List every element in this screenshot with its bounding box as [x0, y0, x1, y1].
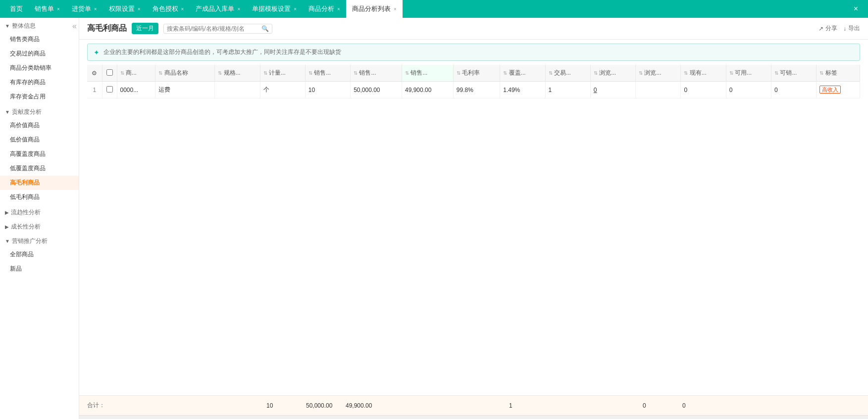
col-available[interactable]: ⇅ 可用...	[726, 65, 771, 82]
sort-icon-tag: ⇅	[819, 70, 823, 76]
nav-product-inbound[interactable]: 产成品入库单 ×	[190, 0, 246, 18]
sidebar-group-trend[interactable]: ▶ 流趋性分析	[0, 204, 79, 219]
col-coverage[interactable]: ⇅ 覆盖...	[500, 65, 545, 82]
nav-product-analysis[interactable]: 商品分析 ×	[303, 0, 346, 18]
footer-label: 合计：	[87, 401, 105, 410]
close-product-analysis[interactable]: ×	[337, 6, 340, 12]
sidebar-item-high-coverage[interactable]: 高覆盖度商品	[0, 147, 79, 161]
cell-code: 0000...	[117, 82, 155, 98]
col-tag[interactable]: ⇅ 标签	[817, 65, 860, 82]
col-settings[interactable]: ⚙	[87, 65, 102, 82]
col-gross-margin[interactable]: ⇅ 毛利率	[453, 65, 500, 82]
footer-cells: 10 50,000.00 49,900.00 1 0 0	[110, 402, 860, 409]
col-trade[interactable]: ⇅ 交易...	[545, 65, 590, 82]
cell-spec	[215, 82, 260, 98]
sort-icon-browse1: ⇅	[594, 70, 598, 76]
nav-purchase[interactable]: 进货单 ×	[66, 0, 103, 18]
nav-product-analysis-list[interactable]: 商品分析列表 ×	[346, 0, 403, 18]
col-unit[interactable]: ⇅ 计量...	[260, 65, 305, 82]
header-actions: ↗ 分享 ↓ 导出	[818, 24, 860, 33]
col-saleable[interactable]: ⇅ 可销...	[771, 65, 817, 82]
tag-high-income: 高收入	[819, 86, 841, 93]
nav-template[interactable]: 单据模板设置 ×	[246, 0, 303, 18]
window-close-button[interactable]: ×	[848, 4, 864, 13]
sort-icon-available: ⇅	[729, 70, 733, 76]
sidebar-item-traded-goods[interactable]: 交易过的商品	[0, 47, 79, 61]
sidebar-item-stocked-goods[interactable]: 有库存的商品	[0, 75, 79, 90]
sidebar-item-low-margin[interactable]: 低毛利商品	[0, 190, 79, 204]
col-spec[interactable]: ⇅ 规格...	[215, 65, 260, 82]
page-title: 高毛利商品	[87, 23, 127, 34]
sidebar-group-overview[interactable]: ▼ 整体信息	[0, 18, 79, 32]
close-product-analysis-list[interactable]: ×	[394, 6, 397, 12]
close-roles[interactable]: ×	[181, 6, 184, 12]
sidebar-group-contribution[interactable]: ▼ 贡献度分析	[0, 104, 79, 118]
search-box: 🔍	[163, 24, 272, 34]
sort-icon-coverage: ⇅	[503, 70, 507, 76]
cell-browse1[interactable]: 0	[590, 82, 635, 98]
sidebar-item-stock-capital[interactable]: 库存资金占用	[0, 90, 79, 104]
close-sales-order[interactable]: ×	[57, 6, 60, 12]
cell-tag: 高收入	[817, 82, 860, 98]
col-sales-cost[interactable]: ⇅ 销售...	[402, 65, 454, 82]
col-name[interactable]: ⇅ 商品名称	[155, 65, 215, 82]
col-sales-amount[interactable]: ⇅ 销售...	[351, 65, 402, 82]
settings-icon: ⚙	[92, 70, 97, 77]
sidebar-item-category-assist[interactable]: 商品分类助销率	[0, 61, 79, 75]
footer-trade: 1	[506, 402, 541, 409]
sidebar-group-growth[interactable]: ▶ 成长性分析	[0, 219, 79, 233]
cell-checkbox[interactable]	[102, 82, 117, 98]
nav-home[interactable]: 首页	[4, 0, 29, 18]
table-footer: 合计： 10 50,000.00 49,900.00 1 0 0	[79, 395, 868, 415]
sidebar-item-low-coverage[interactable]: 低覆盖度商品	[0, 161, 79, 176]
col-code[interactable]: ⇅ 商...	[117, 65, 155, 82]
info-icon: ✦	[94, 48, 100, 56]
col-checkbox[interactable]	[102, 65, 117, 82]
table-header-row: ⚙ ⇅ 商... ⇅ 商品名称	[87, 65, 860, 82]
nav-permissions[interactable]: 权限设置 ×	[103, 0, 147, 18]
cell-gross-margin: 99.8%	[453, 82, 500, 98]
sidebar-collapse-button[interactable]: «	[72, 22, 77, 31]
horizontal-scrollbar[interactable]	[79, 415, 868, 419]
col-browse2[interactable]: ⇅ 浏览...	[636, 65, 681, 82]
sidebar-item-sales-goods[interactable]: 销售类商品	[0, 32, 79, 47]
close-purchase[interactable]: ×	[94, 6, 97, 12]
filter-recent-month-button[interactable]: 近一月	[132, 23, 158, 34]
close-permissions[interactable]: ×	[138, 6, 141, 12]
sidebar-item-high-margin[interactable]: 高毛利商品	[0, 176, 79, 190]
sort-icon-trade: ⇅	[549, 70, 553, 76]
cell-current: 0	[681, 82, 726, 98]
arrow-marketing: ▼	[5, 238, 10, 244]
cell-num: 1	[87, 82, 102, 98]
close-product-inbound[interactable]: ×	[237, 6, 240, 12]
nav-sales-order[interactable]: 销售单 ×	[29, 0, 66, 18]
table-row: 1 0000... 运费 个 10 50,000.00 49,900.00 99…	[87, 82, 860, 98]
sidebar-item-all-goods[interactable]: 全部商品	[0, 247, 79, 262]
cell-trade: 1	[545, 82, 590, 98]
col-current[interactable]: ⇅ 现有...	[681, 65, 726, 82]
select-all-checkbox[interactable]	[106, 69, 113, 76]
close-template[interactable]: ×	[294, 6, 297, 12]
search-icon[interactable]: 🔍	[261, 25, 269, 32]
cell-sales-cost: 49,900.00	[402, 82, 454, 98]
sidebar-item-new-goods[interactable]: 新品	[0, 262, 79, 276]
col-browse1[interactable]: ⇅ 浏览...	[590, 65, 635, 82]
sort-icon-saleable: ⇅	[774, 70, 778, 76]
nav-roles[interactable]: 角色授权 ×	[147, 0, 190, 18]
sidebar-group-marketing[interactable]: ▼ 营销推广分析	[0, 233, 79, 247]
sidebar-item-high-value[interactable]: 高价值商品	[0, 118, 79, 133]
cell-name: 运费	[155, 82, 215, 98]
browse1-link[interactable]: 0	[594, 87, 597, 93]
top-nav: 首页 销售单 × 进货单 × 权限设置 × 角色授权 × 产成品入库单 × 单据…	[0, 0, 868, 18]
sort-icon-gross: ⇅	[457, 70, 460, 76]
col-sales-qty[interactable]: ⇅ 销售...	[305, 65, 350, 82]
share-button[interactable]: ↗ 分享	[818, 24, 837, 33]
cell-unit: 个	[260, 82, 305, 98]
sidebar: « ▼ 整体信息 销售类商品 交易过的商品 商品分类助销率 有库存的商品 库存资…	[0, 18, 79, 419]
search-input[interactable]	[167, 25, 261, 32]
export-button[interactable]: ↓ 导出	[843, 24, 860, 33]
sidebar-item-low-value[interactable]: 低价值商品	[0, 133, 79, 147]
row-checkbox[interactable]	[106, 86, 113, 93]
cell-saleable: 0	[771, 82, 817, 98]
footer-current: 0	[640, 402, 674, 409]
